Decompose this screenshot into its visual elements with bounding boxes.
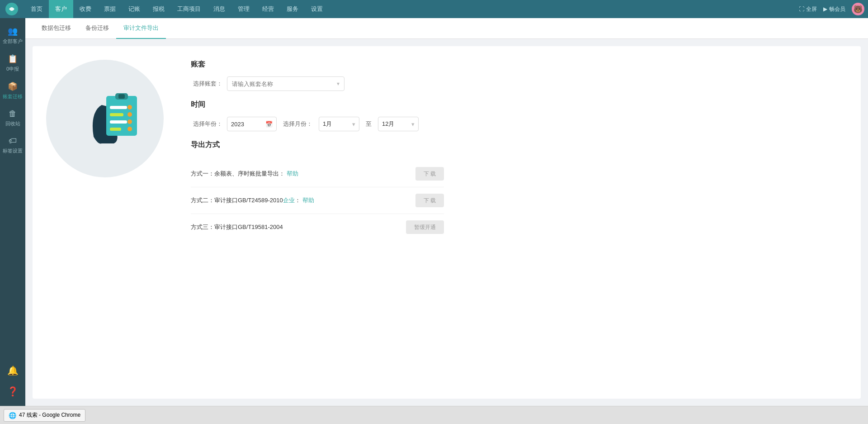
year-field[interactable] [231,121,263,128]
svg-point-8 [127,105,132,110]
method1-label: 方式一：余额表、序时账批量导出：帮助 [191,170,298,178]
help-icon[interactable]: ❓ [4,382,22,400]
section-accounts-title: 账套 [191,60,444,69]
nav-home[interactable]: 首页 [24,0,49,18]
nav-management[interactable]: 管理 [231,0,256,18]
calendar-icon: 📅 [265,121,273,128]
export-section: 方式一：余额表、序时账批量导出：帮助 下 载 方式二：审计接口GB/T24589… [191,161,444,240]
nav-clients[interactable]: 客户 [49,0,73,18]
zero-declaration-icon: 📋 [8,54,18,64]
svg-point-11 [127,127,132,131]
top-navigation: 首页 客户 收费 票据 记账 报税 工商项目 消息 管理 经营 服务 设置 ⛶ … [0,0,868,18]
svg-point-9 [127,112,132,117]
accounts-label: 选择账套： [191,80,222,88]
top-nav-right: ⛶ 全屏 ▶ 畅会员 🐻 [799,3,864,15]
export-row-method2: 方式二：审计接口GB/T24589-2010企业：帮助 下 载 [191,187,444,214]
section-export-title: 导出方式 [191,140,444,150]
tag-settings-icon: 🏷 [9,136,17,146]
to-label: 至 [366,120,372,128]
sidebar-item-account-migration[interactable]: 📦 账套迁移 [0,77,25,105]
taskbar-chrome-item[interactable]: 🌐 47 线索 - Google Chrome [4,409,85,422]
export-row-method3: 方式三：审计接口GB/T19581-2004 暂缓开通 [191,214,444,240]
year-label: 选择年份： [191,120,222,128]
content-area: 数据包迁移 备份迁移 审计文件导出 [25,18,868,406]
user-avatar[interactable]: 🐻 [852,3,864,15]
section-time-title: 时间 [191,100,444,110]
time-inputs: 📅 选择月份： 1月 ▾ 至 12月 ▾ [227,117,419,131]
month-from-caret: ▾ [352,121,355,128]
taskbar-item-label: 47 线索 - Google Chrome [19,411,80,419]
sidebar-item-zero-declaration[interactable]: 📋 0申报 [0,49,25,77]
sidebar-item-tag-settings[interactable]: 🏷 标签设置 [0,132,25,159]
month-from-select[interactable]: 1月 ▾ [319,117,359,131]
month-to-caret: ▾ [411,121,415,128]
vip-icon: ▶ [823,6,827,12]
accounts-input[interactable] [232,81,337,87]
form-side: 账套 选择账套： ▾ 时间 选择年份： 📅 [191,60,444,240]
illustration-wrap [46,60,164,177]
month-label: 选择月份： [283,120,312,128]
tab-data-migration[interactable]: 数据包迁移 [34,18,78,39]
notification-icon[interactable]: 🔔 [4,362,22,380]
method2-company-link[interactable]: 企业 [283,197,295,204]
accounts-select[interactable]: ▾ [227,76,344,91]
sidebar-item-all-clients[interactable]: 👥 全部客户 [0,22,25,49]
svg-rect-7 [110,128,121,131]
time-row: 选择年份： 📅 选择月份： 1月 ▾ 至 12月 [191,117,444,131]
nav-tax[interactable]: 报税 [146,0,171,18]
tabs-row: 数据包迁移 备份迁移 审计文件导出 [25,18,868,39]
app-logo [4,1,20,17]
method2-label: 方式二：审计接口GB/T24589-2010企业：帮助 [191,196,314,205]
nav-items-list: 首页 客户 收费 票据 记账 报税 工商项目 消息 管理 经营 服务 设置 [24,0,799,18]
sidebar-bottom: 🔔 ❓ [4,362,22,406]
download-button-method1[interactable]: 下 载 [415,167,444,181]
svg-rect-6 [110,120,127,124]
accounts-caret-icon: ▾ [337,81,340,87]
audit-illustration [66,78,143,159]
fullscreen-icon: ⛶ [799,6,804,12]
method3-label: 方式三：审计接口GB/T19581-2004 [191,223,283,231]
svg-rect-5 [110,113,123,116]
method2-help-link[interactable]: 帮助 [302,197,314,204]
nav-operations[interactable]: 经营 [256,0,280,18]
svg-rect-3 [118,94,125,99]
page-body: 账套 选择账套： ▾ 时间 选择年份： 📅 [33,46,861,399]
method1-help-link[interactable]: 帮助 [287,170,298,177]
month-to-select[interactable]: 12月 ▾ [378,117,419,131]
nav-settings[interactable]: 设置 [305,0,329,18]
account-migration-icon: 📦 [8,81,18,91]
nav-business[interactable]: 工商项目 [171,0,207,18]
illustration-circle [46,60,164,177]
all-clients-icon: 👥 [8,26,18,36]
export-row-method1: 方式一：余额表、序时账批量导出：帮助 下 载 [191,161,444,187]
nav-bookkeeping[interactable]: 记账 [122,0,146,18]
chrome-icon: 🌐 [9,412,16,419]
nav-messages[interactable]: 消息 [207,0,231,18]
svg-point-10 [127,119,132,124]
tab-backup-migration[interactable]: 备份迁移 [78,18,116,39]
download-button-method2[interactable]: 下 载 [415,194,444,207]
tab-audit-export[interactable]: 审计文件导出 [116,18,166,39]
main-layout: 👥 全部客户 📋 0申报 📦 账套迁移 🗑 回收站 🏷 标签设置 🔔 ❓ 数据包… [0,18,868,406]
fullscreen-button[interactable]: ⛶ 全屏 [799,5,817,13]
nav-billing[interactable]: 收费 [73,0,98,18]
vip-button[interactable]: ▶ 畅会员 [823,5,845,13]
coming-soon-button[interactable]: 暂缓开通 [406,220,444,234]
year-input[interactable]: 📅 [227,117,277,131]
accounts-row: 选择账套： ▾ [191,76,444,91]
nav-services[interactable]: 服务 [280,0,305,18]
sidebar-item-recycle[interactable]: 🗑 回收站 [0,105,25,132]
sidebar: 👥 全部客户 📋 0申报 📦 账套迁移 🗑 回收站 🏷 标签设置 🔔 ❓ [0,18,25,406]
svg-rect-4 [110,106,127,109]
recycle-icon: 🗑 [9,109,17,119]
nav-invoices[interactable]: 票据 [98,0,122,18]
taskbar: 🌐 47 线索 - Google Chrome [0,406,868,424]
